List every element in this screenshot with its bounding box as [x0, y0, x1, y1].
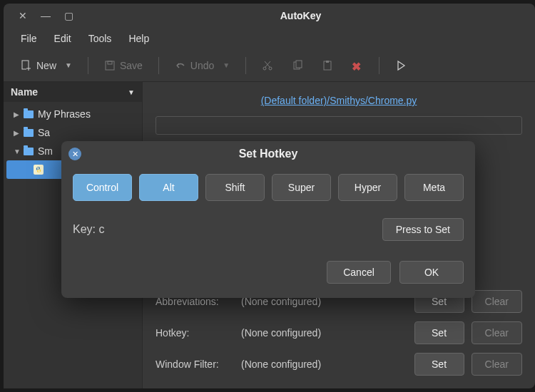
modifier-row: Control Alt Shift Super Hyper Meta [61, 167, 475, 205]
modifier-super[interactable]: Super [272, 174, 331, 201]
dialog-title: Set Hotkey [87, 148, 449, 160]
press-to-set-button[interactable]: Press to Set [382, 218, 464, 241]
key-row: Key: c Press to Set [61, 205, 475, 244]
modifier-meta[interactable]: Meta [404, 174, 464, 201]
dialog-actions: Cancel OK [61, 244, 475, 287]
dialog-backdrop: ✕ Set Hotkey Control Alt Shift Super Hyp… [0, 0, 535, 392]
modifier-hyper[interactable]: Hyper [338, 174, 397, 201]
cancel-button[interactable]: Cancel [327, 261, 391, 284]
dialog-titlebar: ✕ Set Hotkey [61, 141, 475, 167]
ok-button[interactable]: OK [399, 261, 464, 284]
modifier-shift[interactable]: Shift [205, 174, 265, 201]
modifier-control[interactable]: Control [73, 174, 132, 201]
close-icon[interactable]: ✕ [68, 148, 81, 160]
modifier-alt[interactable]: Alt [139, 174, 198, 201]
set-hotkey-dialog: ✕ Set Hotkey Control Alt Shift Super Hyp… [61, 141, 475, 298]
key-label: Key: c [73, 223, 104, 236]
